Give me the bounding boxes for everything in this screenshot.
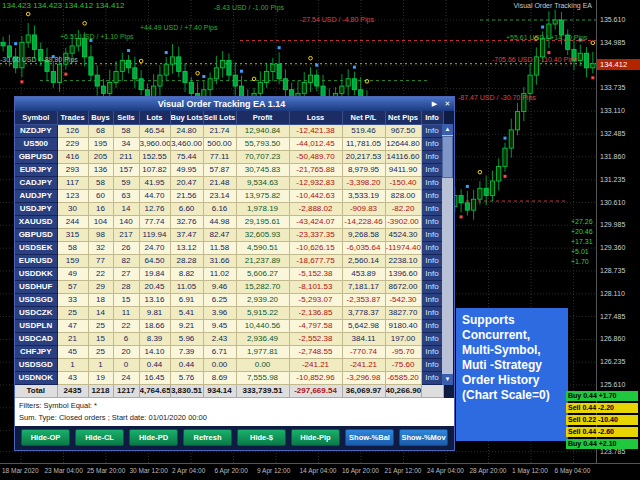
value-cell: 70,707.23 (236, 150, 289, 163)
value-cell: 58 (113, 124, 139, 137)
trade-chip[interactable]: Sell 0.22 -10.40 (566, 415, 638, 425)
trade-chip[interactable]: Buy 0.44 +2.10 (566, 439, 638, 449)
value-cell: -12,932.83 (289, 176, 342, 189)
value-cell: 16 (88, 202, 113, 215)
value-cell: 140 (113, 215, 139, 228)
pip-value: +20.46 (571, 227, 593, 237)
sum-type-line: Sum. Type: Closed orders ; Start date: 0… (19, 412, 454, 424)
value-cell: -5,293.07 (289, 293, 342, 306)
scroll-down-icon[interactable]: ▼ (442, 374, 453, 385)
price-axis-label: 134.985 (600, 39, 625, 46)
value-cell: 30,745.83 (236, 163, 289, 176)
info-button[interactable]: Info (421, 150, 443, 163)
trade-chip[interactable]: Buy 0.44 +1.70 (566, 391, 638, 401)
value-cell: 119.94 (139, 228, 170, 241)
value-cell: 20,217.53 (342, 150, 385, 163)
info-button[interactable]: Info (421, 163, 443, 176)
table-row: USDCZK2514119.815.413.965,915.22-2,136.8… (15, 306, 443, 319)
value-cell: 157 (113, 163, 139, 176)
table-scrollbar[interactable]: ▲ ▼ (442, 124, 453, 385)
info-button[interactable]: Info (421, 137, 443, 150)
value-cell: 967.50 (385, 124, 421, 137)
value-cell: -5,152.38 (289, 267, 342, 280)
time-axis-label: 14 Apr 04:00 (300, 467, 337, 474)
pip-value: +27.26 (571, 217, 593, 227)
value-cell: -21,765.88 (289, 163, 342, 176)
value-cell: 0.44 (139, 358, 170, 371)
info-button[interactable]: Info (421, 280, 443, 293)
info-button[interactable]: Info (421, 202, 443, 215)
panel-expand-button[interactable]: ▶ (428, 98, 441, 110)
value-cell: 8672.00 (385, 280, 421, 293)
value-cell: -770.74 (342, 345, 385, 358)
button-refresh[interactable]: Refresh (183, 429, 232, 446)
button-hide[interactable]: Hide-$ (237, 429, 286, 446)
value-cell: 416 (57, 150, 88, 163)
symbol-cell: EURJPY (15, 163, 57, 176)
panel-buttons: Hide-OPHide-CLHide-PDRefreshHide-$Hide-P… (15, 426, 454, 450)
value-cell: 8.69 (203, 371, 236, 384)
value-cell: 77.11 (203, 150, 236, 163)
value-cell: 2435 (57, 384, 88, 397)
value-cell: 13,975.82 (236, 189, 289, 202)
value-cell: 75.44 (170, 150, 203, 163)
button-hide-pip[interactable]: Hide-Pip (291, 429, 340, 446)
value-cell: 44.70 (139, 189, 170, 202)
value-cell: 57 (57, 280, 88, 293)
panel-title: Visual Order Tracking EA 1.14 (15, 99, 428, 109)
info-button[interactable]: Info (421, 293, 443, 306)
trade-chip[interactable]: Sell 0.44 -2.60 (566, 427, 638, 437)
value-cell: 28.28 (170, 254, 203, 267)
info-button[interactable]: Info (421, 306, 443, 319)
value-cell: 77.74 (139, 215, 170, 228)
value-cell: 9.46 (203, 280, 236, 293)
trade-chip[interactable]: Sell 0.44 -2.20 (566, 403, 638, 413)
value-cell: 49 (57, 267, 88, 280)
time-axis-label: 1 May 12:00 (512, 467, 548, 474)
info-button[interactable]: Info (421, 254, 443, 267)
symbol-cell: XAUUSD (15, 215, 57, 228)
value-cell: 934.14 (203, 384, 236, 397)
button-show-mov[interactable]: Show-%Mov (399, 429, 448, 446)
button-show-bal[interactable]: Show-%Bal (345, 429, 394, 446)
value-cell: 20 (113, 345, 139, 358)
info-button[interactable]: Info (421, 332, 443, 345)
value-cell (421, 384, 443, 397)
info-button[interactable]: Info (421, 215, 443, 228)
table-row: US500229195343,960.003,460.00500.0055,79… (15, 137, 443, 150)
chart-annotation: -87.47 USD / -30.70 Pips (458, 94, 536, 101)
button-hide-cl[interactable]: Hide-CL (75, 429, 124, 446)
price-axis-label: 128.110 (600, 290, 625, 297)
value-cell: 8,979.95 (342, 163, 385, 176)
info-button[interactable]: Info (421, 228, 443, 241)
value-cell: 293 (57, 163, 88, 176)
value-cell: 59 (113, 176, 139, 189)
value-cell: 7.39 (170, 345, 203, 358)
info-button[interactable]: Info (421, 371, 443, 384)
time-axis[interactable]: 18 Mar 202023 Mar 04:0025 Mar 20:0030 Ma… (0, 463, 640, 480)
button-hide-op[interactable]: Hide-OP (21, 429, 70, 446)
info-button[interactable]: Info (421, 319, 443, 332)
time-axis-label: 21 Apr 12:00 (385, 467, 422, 474)
scroll-thumb[interactable] (442, 136, 453, 178)
info-button[interactable]: Info (421, 358, 443, 371)
info-button[interactable]: Info (421, 241, 443, 254)
value-cell: 217 (113, 228, 139, 241)
value-cell: 229 (57, 137, 88, 150)
scroll-up-icon[interactable]: ▲ (442, 124, 453, 135)
value-cell: 14.10 (139, 345, 170, 358)
panel-close-button[interactable]: ✕ (441, 98, 454, 110)
info-button[interactable]: Info (421, 124, 443, 137)
value-cell: 9,534.63 (236, 176, 289, 189)
value-cell: 21.74 (203, 124, 236, 137)
button-hide-pd[interactable]: Hide-PD (129, 429, 178, 446)
info-button[interactable]: Info (421, 189, 443, 202)
value-cell: 9,268.58 (342, 228, 385, 241)
value-cell: -18,677.75 (289, 254, 342, 267)
info-button[interactable]: Info (421, 267, 443, 280)
table-row: USDSEK58322624.7013.1211.584,590.51-10,6… (15, 241, 443, 254)
value-cell: 27 (113, 267, 139, 280)
info-button[interactable]: Info (421, 176, 443, 189)
panel-titlebar[interactable]: Visual Order Tracking EA 1.14 ▶ ✕ (15, 97, 454, 111)
info-button[interactable]: Info (421, 345, 443, 358)
